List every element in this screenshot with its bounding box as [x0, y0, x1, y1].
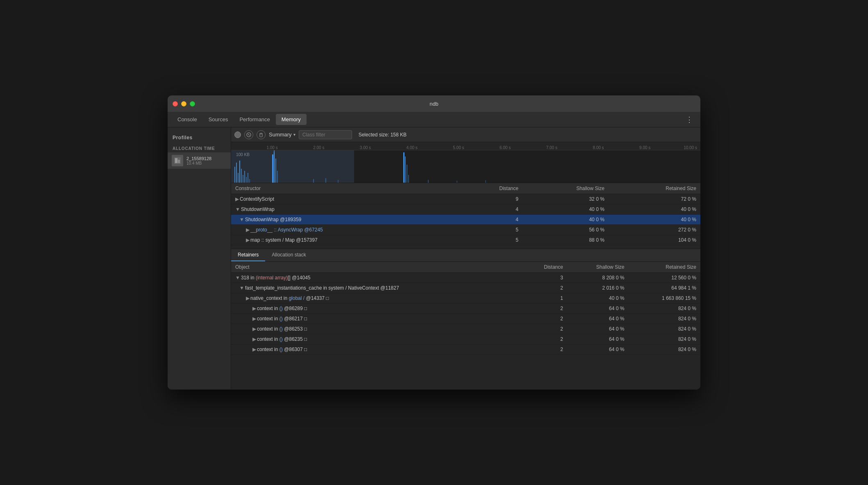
cell-r-retained-size: 64 984 1 % — [628, 283, 700, 293]
cell-retained-size: 40 0 % — [609, 204, 700, 215]
table-row[interactable]: ▶context in () @86307 □ 2 64 0 % 824 0 % — [231, 344, 700, 355]
stop-button[interactable] — [244, 130, 253, 139]
cell-r-distance: 2 — [521, 344, 567, 355]
svg-rect-15 — [243, 175, 243, 183]
expand-arrow-icon[interactable]: ▶ — [246, 227, 250, 233]
menu-bar: Console Sources Performance Memory ⋮ — [168, 112, 700, 127]
table-row[interactable]: ▶native_context in global / @14337 □ 1 4… — [231, 293, 700, 304]
table-row[interactable]: ▶context in () @86289 □ 2 64 0 % 824 0 % — [231, 304, 700, 314]
cell-r-shallow-size: 40 0 % — [567, 293, 629, 304]
svg-rect-27 — [403, 152, 404, 183]
svg-rect-17 — [246, 177, 247, 183]
timeline-chart[interactable]: 100 KB — [231, 150, 700, 183]
table-row[interactable]: ▶map :: system / Map @157397 5 88 0 % 10… — [231, 235, 700, 245]
table-row[interactable]: ▶context in () @86217 □ 2 64 0 % 824 0 % — [231, 314, 700, 324]
cell-retained-size: 104 0 % — [609, 235, 700, 245]
expand-arrow-icon[interactable]: ▶ — [252, 336, 256, 342]
table-row[interactable]: ▼fast_template_instantiations_cache in s… — [231, 283, 700, 293]
cell-constructor: ▶__proto__ :: AsyncWrap @67245 — [231, 225, 458, 235]
cell-r-shallow-size: 64 0 % — [567, 304, 629, 314]
expand-arrow-icon[interactable]: ▶ — [246, 237, 250, 243]
more-menu-button[interactable]: ⋮ — [682, 113, 696, 126]
title-bar: ndb — [168, 95, 700, 112]
svg-line-4 — [248, 134, 250, 136]
table-row[interactable]: ▼ShutdownWrap 4 40 0 % 40 0 % — [231, 204, 700, 215]
cell-r-retained-size: 1 663 860 15 % — [628, 293, 700, 304]
col-shallow-size[interactable]: Shallow Size — [523, 183, 609, 194]
ruler-mark-10: 10.00 s — [652, 145, 699, 150]
expand-arrow-icon[interactable]: ▶ — [246, 295, 250, 301]
table-row[interactable]: ▼ShutdownWrap @189359 4 40 0 % 40 0 % — [231, 215, 700, 225]
col-constructor[interactable]: Constructor — [231, 183, 458, 194]
table-row[interactable]: ▶ContextifyScript 9 32 0 % 72 0 % — [231, 194, 700, 204]
col-retained-size[interactable]: Retained Size — [609, 183, 700, 194]
timeline-ruler: 1.00 s 2.00 s 3.00 s 4.00 s 5.00 s 6.00 … — [231, 142, 700, 150]
cell-r-retained-size: 824 0 % — [628, 344, 700, 355]
cell-r-retained-size: 824 0 % — [628, 304, 700, 314]
tab-retainers[interactable]: Retainers — [231, 249, 265, 261]
cell-r-shallow-size: 8 208 0 % — [567, 273, 629, 283]
tab-console[interactable]: Console — [172, 114, 203, 125]
right-panel: Summary ▾ Selected size: 158 KB 1.00 s 2… — [231, 127, 700, 390]
expand-arrow-icon[interactable]: ▶ — [235, 196, 239, 202]
col-distance[interactable]: Distance — [458, 183, 523, 194]
cell-distance: 5 — [458, 225, 523, 235]
expand-arrow-icon[interactable]: ▶ — [252, 347, 256, 352]
profile-item[interactable]: 2_15589128 10.4 MB — [168, 152, 231, 169]
close-button[interactable] — [173, 101, 178, 107]
cell-r-distance: 2 — [521, 304, 567, 314]
expand-arrow-icon[interactable]: ▼ — [239, 285, 244, 291]
summary-dropdown[interactable]: Summary ▾ — [269, 131, 295, 138]
table-row[interactable]: ▶context in () @86253 □ 2 64 0 % 824 0 % — [231, 324, 700, 334]
cell-r-shallow-size: 64 0 % — [567, 324, 629, 334]
col-r-retained-size[interactable]: Retained Size — [628, 262, 700, 273]
tab-sources[interactable]: Sources — [203, 114, 234, 125]
expand-arrow-icon[interactable]: ▶ — [252, 326, 256, 332]
svg-rect-5 — [260, 134, 262, 137]
sidebar: Profiles ALLOCATION TIME 2_15589128 10.4… — [168, 127, 231, 390]
table-row[interactable]: ▶__proto__ :: AsyncWrap @67245 5 56 0 % … — [231, 225, 700, 235]
maximize-button[interactable] — [190, 101, 195, 107]
expand-arrow-icon[interactable]: ▼ — [235, 206, 240, 212]
ruler-mark-7: 7.00 s — [512, 145, 559, 150]
cell-distance: 4 — [458, 215, 523, 225]
cell-distance: 5 — [458, 235, 523, 245]
upper-data-table: Constructor Distance Shallow Size Retain… — [231, 183, 700, 245]
profile-size: 10.4 MB — [186, 161, 211, 165]
traffic-lights — [173, 101, 195, 107]
svg-rect-13 — [239, 161, 240, 183]
cell-r-shallow-size: 64 0 % — [567, 314, 629, 324]
tab-memory[interactable]: Memory — [276, 114, 307, 125]
cell-retained-size: 272 0 % — [609, 225, 700, 235]
tab-performance[interactable]: Performance — [234, 114, 275, 125]
cell-object: ▶context in () @86217 □ — [231, 314, 521, 324]
cell-shallow-size: 88 0 % — [523, 235, 609, 245]
cell-retained-size: 72 0 % — [609, 194, 700, 204]
ruler-mark-8: 8.00 s — [559, 145, 606, 150]
selected-size-label: Selected size: 158 KB — [359, 132, 407, 138]
expand-arrow-icon[interactable]: ▶ — [252, 306, 256, 311]
svg-rect-33 — [485, 180, 486, 183]
summary-label: Summary — [269, 131, 292, 138]
ruler-mark-4: 4.00 s — [373, 145, 419, 150]
svg-rect-21 — [274, 152, 275, 183]
col-object[interactable]: Object — [231, 262, 521, 273]
expand-arrow-icon[interactable]: ▶ — [252, 316, 256, 322]
cell-object: ▼318 in (internal array)[] @14045 — [231, 273, 521, 283]
cell-shallow-size: 32 0 % — [523, 194, 609, 204]
record-button[interactable] — [234, 131, 241, 138]
col-r-distance[interactable]: Distance — [521, 262, 567, 273]
col-r-shallow-size[interactable]: Shallow Size — [567, 262, 629, 273]
minimize-button[interactable] — [181, 101, 186, 107]
class-filter-input[interactable] — [299, 130, 352, 139]
expand-arrow-icon[interactable]: ▼ — [239, 217, 244, 222]
table-row[interactable]: ▶context in () @86235 □ 2 64 0 % 824 0 % — [231, 334, 700, 344]
expand-arrow-icon[interactable]: ▼ — [235, 275, 240, 281]
ruler-mark-9: 9.00 s — [606, 145, 652, 150]
ruler-mark-3: 3.00 s — [326, 145, 373, 150]
delete-button[interactable] — [257, 130, 266, 139]
cell-r-shallow-size: 64 0 % — [567, 334, 629, 344]
table-row[interactable]: ▼318 in (internal array)[] @14045 3 8 20… — [231, 273, 700, 283]
tab-allocation-stack[interactable]: Allocation stack — [265, 249, 312, 261]
cell-r-distance: 2 — [521, 334, 567, 344]
